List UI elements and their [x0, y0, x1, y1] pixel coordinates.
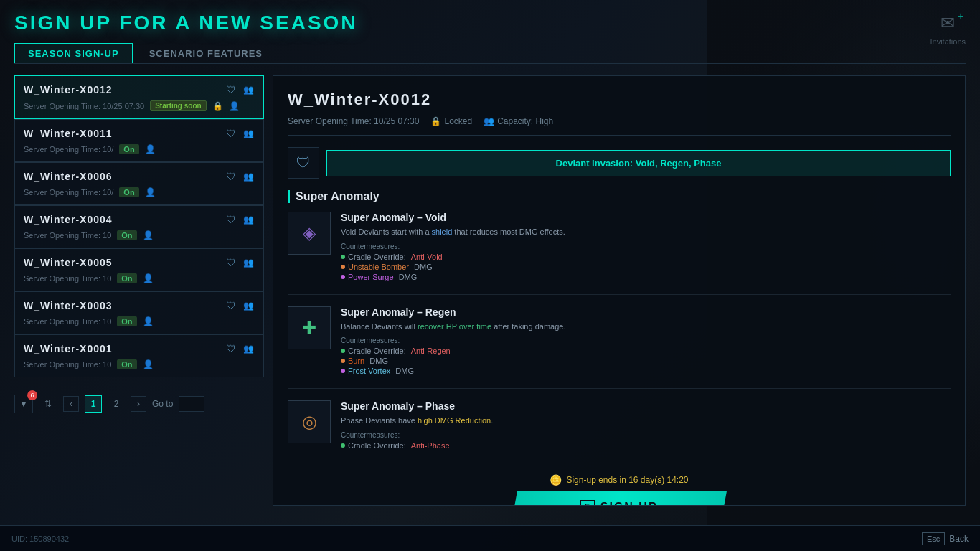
regen-title: Super Anomaly – Regen — [341, 306, 951, 318]
bottom-bar: UID: 150890432 Esc Back — [0, 525, 980, 551]
goto-input[interactable] — [179, 396, 204, 412]
tab-scenario-features[interactable]: SCENARIO FEATURES — [136, 43, 276, 63]
server-item-W_Winter-X0004[interactable]: W_Winter-X0004🛡👥Server Opening Time: 10O… — [14, 205, 264, 248]
phase-counter-1: Cradle Override: Anti-Phase — [341, 441, 951, 450]
group-icon-W_Winter-X0011: 👥 — [242, 127, 255, 140]
server-item-W_Winter-X0005[interactable]: W_Winter-X0005🛡👥Server Opening Time: 10O… — [14, 248, 264, 291]
next-page-button[interactable]: › — [131, 396, 146, 412]
void-desc: Void Deviants start with a shield that r… — [341, 226, 951, 238]
regen-countermeasures-label: Countermeasures: — [341, 336, 951, 344]
signup-button[interactable]: F SIGN UP — [512, 491, 727, 507]
shield-icon-W_Winter-X0012: 🛡 — [225, 83, 237, 96]
pagination: ▼ 6 ⇅ ‹ 1 2 › Go to — [14, 389, 264, 413]
anomaly-void: ◈ Super Anomaly – Void Void Deviants sta… — [288, 212, 951, 295]
server-info-W_Winter-X0003: Server Opening Time: 10On👤 — [24, 316, 255, 326]
group-icon-W_Winter-X0005: 👥 — [242, 256, 255, 269]
locked-badge: 🔒 Locked — [430, 116, 472, 126]
server-list: W_Winter-X0012🛡👥Server Opening Time: 10/… — [14, 75, 264, 506]
phase-content: Super Anomaly – Phase Phase Deviants hav… — [341, 400, 951, 451]
server-name-W_Winter-X0003: W_Winter-X0003 — [24, 300, 113, 311]
server-name-W_Winter-X0005: W_Winter-X0005 — [24, 257, 113, 268]
server-name-W_Winter-X0004: W_Winter-X0004 — [24, 214, 113, 225]
prev-page-button[interactable]: ‹ — [63, 396, 79, 412]
signup-section: 🪙 Sign-up ends in 16 day(s) 14:20 F SIGN… — [288, 474, 951, 507]
filter-badge[interactable]: ▼ 6 — [14, 395, 33, 413]
person-icon-W_Winter-X0003: 👤 — [143, 316, 154, 326]
server-item-W_Winter-X0003[interactable]: W_Winter-X0003🛡👥Server Opening Time: 10O… — [14, 291, 264, 334]
server-item-W_Winter-X0012[interactable]: W_Winter-X0012🛡👥Server Opening Time: 10/… — [14, 75, 264, 119]
regen-content: Super Anomaly – Regen Balance Deviants w… — [341, 306, 951, 377]
goto-label: Go to — [152, 399, 173, 409]
detail-opening-time: Server Opening Time: 10/25 07:30 — [288, 116, 419, 126]
sort-icon[interactable]: ⇅ — [39, 395, 57, 413]
person-icon-W_Winter-X0005: 👤 — [143, 273, 154, 283]
status-badge-W_Winter-X0005: On — [117, 273, 136, 283]
server-name-W_Winter-X0011: W_Winter-X0011 — [24, 128, 113, 139]
shield-icon-W_Winter-X0005: 🛡 — [225, 256, 237, 269]
server-info-W_Winter-X0005: Server Opening Time: 10On👤 — [24, 273, 255, 283]
void-counter-2: Unstable Bomber DMG — [341, 263, 951, 271]
page-title: SIGN UP FOR A NEW SEASON — [14, 11, 966, 34]
coin-icon: 🪙 — [550, 474, 562, 486]
void-icon: ◈ — [288, 212, 331, 255]
lock-icon-W_Winter-X0012: 🔒 — [212, 101, 223, 111]
back-label: Back — [949, 534, 969, 544]
status-badge-W_Winter-X0003: On — [117, 316, 136, 326]
server-item-W_Winter-X0001[interactable]: W_Winter-X0001🛡👥Server Opening Time: 10O… — [14, 334, 264, 377]
feature-row: 🛡 Deviant Invasion: Void, Regen, Phase — [288, 147, 951, 179]
shield-icon-W_Winter-X0011: 🛡 — [225, 127, 237, 140]
shield-icon-W_Winter-X0003: 🛡 — [225, 299, 237, 312]
shield-tab[interactable]: 🛡 — [288, 147, 319, 179]
counter-dot-green-2 — [341, 349, 345, 353]
server-item-W_Winter-X0006[interactable]: W_Winter-X0006🛡👥Server Opening Time: 10/… — [14, 162, 264, 205]
phase-title: Super Anomaly – Phase — [341, 400, 951, 412]
server-info-W_Winter-X0001: Server Opening Time: 10On👤 — [24, 359, 255, 369]
person-icon-W_Winter-X0004: 👤 — [143, 230, 154, 240]
tab-bar: SEASON SIGN-UP SCENARIO FEATURES — [14, 43, 966, 64]
current-page[interactable]: 1 — [85, 395, 102, 413]
shield-icon-W_Winter-X0006: 🛡 — [225, 170, 237, 183]
server-name-W_Winter-X0012: W_Winter-X0012 — [24, 84, 113, 95]
person-icon-W_Winter-X0001: 👤 — [143, 359, 154, 369]
regen-icon: ✚ — [288, 306, 331, 349]
counter-dot-green-3 — [341, 443, 345, 448]
server-item-W_Winter-X0011[interactable]: W_Winter-X0011🛡👥Server Opening Time: 10/… — [14, 119, 264, 162]
filter-count: 6 — [27, 390, 37, 400]
capacity-badge: 👥 Capacity: High — [484, 116, 553, 126]
detail-server-name: W_Winter-X0012 — [288, 90, 951, 109]
page-2[interactable]: 2 — [108, 395, 125, 413]
phase-icon: ◎ — [288, 400, 331, 443]
regen-counter-3: Frost Vortex DMG — [341, 367, 951, 375]
group-icon-W_Winter-X0001: 👥 — [242, 342, 255, 355]
esc-key: Esc — [922, 532, 945, 545]
void-title: Super Anomaly – Void — [341, 212, 951, 223]
deviant-tab[interactable]: Deviant Invasion: Void, Regen, Phase — [326, 150, 951, 176]
back-button[interactable]: Esc Back — [922, 532, 969, 545]
detail-server-meta: Server Opening Time: 10/25 07:30 🔒 Locke… — [288, 116, 951, 136]
counter-dot-purple — [341, 275, 345, 279]
status-badge-W_Winter-X0004: On — [117, 230, 136, 240]
person-icon-W_Winter-X0006: 👤 — [145, 187, 156, 197]
main-layout: W_Winter-X0012🛡👥Server Opening Time: 10/… — [14, 75, 966, 506]
counter-dot-purple-2 — [341, 369, 345, 373]
capacity-icon: 👥 — [484, 116, 494, 126]
group-icon-W_Winter-X0003: 👥 — [242, 299, 255, 312]
group-icon-W_Winter-X0006: 👥 — [242, 170, 255, 183]
tab-season-signup[interactable]: SEASON SIGN-UP — [14, 43, 133, 63]
person-icon-W_Winter-X0011: 👤 — [145, 144, 156, 154]
group-icon-W_Winter-X0012: 👥 — [242, 83, 255, 96]
status-badge-W_Winter-X0006: On — [119, 187, 138, 197]
section-title: Super Anomaly — [288, 190, 951, 203]
counter-dot-orange-2 — [341, 359, 345, 363]
detail-panel: W_Winter-X0012 Server Opening Time: 10/2… — [273, 75, 966, 506]
server-name-W_Winter-X0001: W_Winter-X0001 — [24, 343, 113, 354]
signup-timer: 🪙 Sign-up ends in 16 day(s) 14:20 — [288, 474, 951, 486]
server-info-W_Winter-X0011: Server Opening Time: 10/On👤 — [24, 144, 255, 154]
server-info-W_Winter-X0004: Server Opening Time: 10On👤 — [24, 230, 255, 240]
void-countermeasures-label: Countermeasures: — [341, 242, 951, 250]
status-badge-W_Winter-X0011: On — [119, 144, 138, 154]
regen-desc: Balance Deviants will recover HP over ti… — [341, 321, 951, 333]
status-badge-W_Winter-X0001: On — [117, 359, 136, 369]
shield-icon-W_Winter-X0004: 🛡 — [225, 213, 237, 226]
counter-dot-orange — [341, 265, 345, 269]
